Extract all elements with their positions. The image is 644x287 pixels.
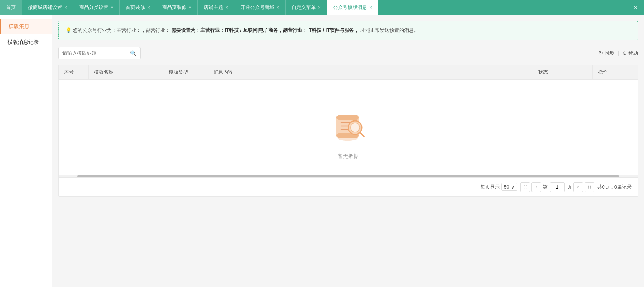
svg-rect-2	[336, 115, 359, 120]
tab-home-decor-label: 首页装修	[126, 4, 145, 11]
empty-state: 暂无数据	[59, 80, 638, 175]
tab-micro-store[interactable]: 微商城店铺设置 ×	[22, 0, 73, 15]
close-micro-store-icon[interactable]: ×	[64, 5, 67, 10]
tab-bar: 首页 微商城店铺设置 × 商品分类设置 × 首页装修 × 商品页装修 × 店铺主…	[0, 0, 644, 15]
th-status: 状态	[533, 65, 593, 79]
svg-line-9	[360, 132, 364, 137]
close-custom-menu-icon[interactable]: ×	[318, 5, 321, 10]
search-box[interactable]: 🔍	[58, 47, 141, 59]
tab-bar-close-all[interactable]: ✕	[627, 4, 644, 11]
tab-product-decor[interactable]: 商品页装修 ×	[156, 0, 198, 15]
tab-micro-store-label: 微商城店铺设置	[28, 4, 62, 11]
tab-home[interactable]: 首页	[0, 0, 22, 15]
empty-text: 暂无数据	[338, 153, 359, 160]
tab-custom-menu-label: 自定义菜单	[292, 4, 316, 11]
help-label: 帮助	[628, 50, 638, 57]
close-product-decor-icon[interactable]: ×	[189, 5, 191, 10]
page-number-input[interactable]	[550, 182, 565, 192]
tab-template-msg[interactable]: 公众号模版消息 ×	[327, 0, 378, 15]
close-open-mall-icon[interactable]: ×	[277, 5, 279, 10]
th-action: 操作	[593, 65, 638, 79]
notice-icon: 💡	[65, 27, 71, 33]
close-template-msg-icon[interactable]: ×	[369, 5, 372, 10]
content-area: 💡 您的公众号行业为：主营行业：，副营行业： 需要设置为：主营行业：IT科技 /…	[52, 15, 644, 287]
toolbar: 🔍 ↻ 同步 | ⊙ 帮助	[58, 47, 638, 59]
tab-open-mall[interactable]: 开通公众号商城 ×	[234, 0, 286, 15]
tab-store-theme-label: 店铺主题	[204, 4, 223, 11]
close-home-decor-icon[interactable]: ×	[147, 5, 150, 10]
notice-text-before: 您的公众号行业为：主营行业：，副营行业：	[73, 27, 170, 33]
toolbar-divider: |	[618, 50, 619, 56]
sidebar-item-template-msg[interactable]: 模版消息	[0, 19, 52, 34]
close-store-theme-icon[interactable]: ×	[225, 5, 228, 10]
notice-highlight: 需要设置为：主营行业：IT科技 / 互联网|电子商务，副营行业：IT科技 / I…	[171, 27, 359, 33]
page-navigation: ⟨⟨ ＜ 第 页 ＞ ⟩⟩	[520, 182, 594, 192]
page-size-select: 每页显示 50 ∨	[480, 183, 517, 191]
page-input-box: 第 页	[543, 182, 572, 192]
th-type: 模版类型	[163, 65, 208, 79]
page-size-value: 50	[504, 184, 509, 190]
main-layout: 模版消息 模版消息记录 💡 您的公众号行业为：主营行业：，副营行业： 需要设置为…	[0, 15, 644, 287]
tab-product-category-label: 商品分类设置	[79, 4, 108, 11]
empty-illustration	[326, 102, 371, 147]
page-first-button[interactable]: ⟨⟨	[520, 182, 530, 192]
tab-product-decor-label: 商品页装修	[162, 4, 187, 11]
page-label-before: 第	[543, 184, 548, 190]
table-wrap: 序号 模版名称 模版类型 消息内容 状态 操作	[58, 65, 638, 197]
page-prev-button[interactable]: ＜	[531, 182, 541, 192]
tab-product-category[interactable]: 商品分类设置 ×	[73, 0, 120, 15]
sync-button[interactable]: ↻ 同步	[599, 50, 614, 57]
th-index: 序号	[59, 65, 89, 79]
tab-open-mall-label: 开通公众号商城	[240, 4, 274, 11]
tab-home-label: 首页	[6, 4, 16, 11]
sidebar: 模版消息 模版消息记录	[0, 15, 52, 287]
help-button[interactable]: ⊙ 帮助	[623, 50, 638, 57]
th-name: 模版名称	[89, 65, 163, 79]
notice-box: 💡 您的公众号行业为：主营行业：，副营行业： 需要设置为：主营行业：IT科技 /…	[58, 21, 638, 40]
sidebar-item-template-log-label: 模版消息记录	[7, 39, 39, 45]
horizontal-scrollbar[interactable]	[59, 175, 638, 178]
chevron-down-icon: ∨	[511, 184, 515, 190]
search-icon[interactable]: 🔍	[130, 50, 136, 56]
close-product-category-icon[interactable]: ×	[111, 5, 113, 10]
toolbar-right: ↻ 同步 | ⊙ 帮助	[599, 50, 638, 57]
tab-store-theme[interactable]: 店铺主题 ×	[198, 0, 234, 15]
sync-label: 同步	[604, 50, 614, 57]
tab-custom-menu[interactable]: 自定义菜单 ×	[286, 0, 327, 15]
sidebar-item-template-msg-label: 模版消息	[9, 23, 30, 29]
tab-home-decor[interactable]: 首页装修 ×	[120, 0, 156, 15]
help-icon: ⊙	[623, 50, 627, 56]
scrollbar-thumb[interactable]	[77, 175, 619, 177]
page-size-dropdown[interactable]: 50 ∨	[501, 183, 517, 191]
notice-text-after: 才能正常发送预置的消息。	[360, 27, 419, 33]
page-label-after: 页	[567, 184, 572, 190]
page-last-button[interactable]: ⟩⟩	[585, 182, 594, 192]
sidebar-item-template-log[interactable]: 模版消息记录	[0, 34, 52, 50]
sync-icon: ↻	[599, 50, 603, 56]
table-header: 序号 模版名称 模版类型 消息内容 状态 操作	[59, 65, 638, 80]
th-content: 消息内容	[208, 65, 533, 79]
tab-template-msg-label: 公众号模版消息	[333, 4, 367, 11]
page-size-label: 每页显示	[480, 184, 500, 190]
search-input[interactable]	[62, 50, 130, 56]
pagination: 每页显示 50 ∨ ⟨⟨ ＜ 第 页 ＞ ⟩⟩	[59, 178, 638, 196]
total-count: 共0页，0条记录	[597, 184, 632, 190]
page-next-button[interactable]: ＞	[573, 182, 583, 192]
